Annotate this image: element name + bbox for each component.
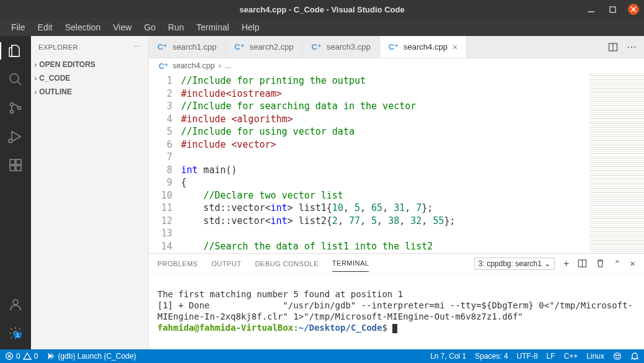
activity-bar: 1	[0, 36, 31, 349]
status-line-col[interactable]: Ln 7, Col 1	[430, 352, 466, 361]
svg-point-15	[614, 353, 621, 360]
code-line-7[interactable]	[181, 151, 644, 164]
code-line-1[interactable]: //Include for printing the output	[181, 74, 644, 87]
panel-tab-problems[interactable]: PROBLEMS	[157, 256, 198, 272]
kill-terminal-icon[interactable]	[596, 259, 605, 268]
window-controls	[586, 4, 639, 15]
tab-search1-cpp[interactable]: C⁺search1.cpp	[149, 36, 226, 58]
close-icon[interactable]: ×	[452, 42, 457, 52]
status-os[interactable]: Linux	[586, 352, 604, 361]
code-line-2[interactable]: #include<iostream>	[181, 87, 644, 101]
menubar: FileEditSelectionViewGoRunTerminalHelp	[0, 19, 644, 36]
line-number-gutter: 1234567891011121314	[149, 73, 181, 253]
breadcrumb-file: search4.cpp	[172, 61, 214, 70]
code-line-12[interactable]: std::vector<int> list2{2, 77, 5, 38, 32,…	[181, 215, 644, 228]
source-control-icon[interactable]	[7, 99, 24, 117]
explorer-icon[interactable]	[7, 42, 24, 60]
svg-point-17	[618, 355, 619, 356]
tab-label: search2.cpp	[250, 42, 294, 52]
sidebar-more-icon[interactable]: ⋯	[134, 43, 141, 51]
svg-point-16	[615, 355, 617, 356]
split-editor-icon[interactable]	[608, 42, 618, 52]
breadcrumb[interactable]: C⁺ search4.cpp › ...	[149, 58, 644, 73]
chevron-right-icon: ›	[35, 89, 37, 96]
svg-rect-0	[610, 7, 615, 12]
sidebar-section-outline[interactable]: ›OUTLINE	[31, 85, 148, 99]
menu-selection[interactable]: Selection	[60, 21, 106, 34]
svg-rect-8	[16, 166, 21, 171]
svg-point-3	[11, 110, 14, 114]
window-title: search4.cpp - C_Code - Visual Studio Cod…	[239, 5, 404, 14]
menu-file[interactable]: File	[6, 21, 30, 34]
status-bell-icon[interactable]	[630, 352, 639, 361]
account-icon[interactable]	[7, 296, 24, 313]
code-line-8[interactable]: int main()	[181, 164, 644, 177]
cpp-file-icon: C⁺	[389, 42, 399, 52]
search-icon[interactable]	[7, 71, 24, 88]
tab-search4-cpp[interactable]: C⁺search4.cpp×	[380, 36, 467, 58]
sidebar-section-c-code[interactable]: ›C_CODE	[31, 71, 148, 85]
status-language[interactable]: C++	[564, 352, 578, 361]
code-line-4[interactable]: #include <algorithm>	[181, 113, 644, 126]
terminal-output[interactable]: The first matching number 5 found at pos…	[149, 274, 644, 349]
run-debug-icon[interactable]	[7, 128, 24, 145]
panel-tab-terminal[interactable]: TERMINAL	[332, 255, 369, 272]
bottom-panel: PROBLEMSOUTPUTDEBUG CONSOLETERMINAL3: cp…	[149, 253, 644, 349]
code-line-14[interactable]: //Search the data of list1 into the list…	[181, 240, 644, 253]
cpp-file-icon: C⁺	[234, 42, 244, 52]
code-line-9[interactable]: {	[181, 176, 644, 189]
code-line-3[interactable]: //Include for searching data in the vect…	[181, 100, 644, 113]
status-eol[interactable]: LF	[547, 352, 555, 361]
breadcrumb-rest: ...	[225, 61, 231, 70]
menu-edit[interactable]: Edit	[33, 21, 58, 34]
menu-go[interactable]: Go	[139, 21, 161, 34]
new-terminal-icon[interactable]: +	[563, 258, 569, 269]
status-spaces[interactable]: Spaces: 4	[475, 352, 508, 361]
cpp-file-icon: C⁺	[311, 42, 321, 52]
minimize-button[interactable]	[586, 4, 597, 15]
code-line-11[interactable]: std::vector<int> list1{10, 5, 65, 31, 7}…	[181, 202, 644, 215]
code-line-10[interactable]: //Declare two vector list	[181, 189, 644, 202]
panel-tabs: PROBLEMSOUTPUTDEBUG CONSOLETERMINAL3: cp…	[149, 254, 644, 274]
more-actions-icon[interactable]: ⋯	[627, 41, 637, 53]
terminal-selector[interactable]: 3: cppdbg: search1 ⌄	[474, 258, 555, 270]
panel-tab-debug-console[interactable]: DEBUG CONSOLE	[255, 256, 318, 272]
code-line-13[interactable]	[181, 227, 644, 240]
menu-run[interactable]: Run	[163, 21, 189, 34]
sidebar-section-open-editors[interactable]: ›OPEN EDITORS	[31, 58, 148, 71]
extensions-icon[interactable]	[7, 156, 24, 174]
menu-view[interactable]: View	[108, 21, 136, 34]
svg-point-2	[11, 103, 14, 106]
status-encoding[interactable]: UTF-8	[517, 352, 538, 361]
maximize-button[interactable]	[607, 4, 618, 15]
close-button[interactable]	[628, 4, 639, 15]
tab-label: search4.cpp	[404, 42, 448, 52]
menu-help[interactable]: Help	[237, 21, 265, 34]
terminal-cursor	[392, 324, 397, 333]
code-editor[interactable]: 1234567891011121314 //Include for printi…	[149, 73, 644, 253]
panel-tab-output[interactable]: OUTPUT	[211, 256, 241, 272]
cpp-file-icon: C⁺	[157, 42, 167, 52]
svg-point-10	[13, 300, 18, 305]
status-problems[interactable]: 0 0	[5, 352, 38, 361]
cpp-file-icon: C⁺	[159, 61, 169, 71]
split-terminal-icon[interactable]	[578, 259, 587, 268]
terminal-line: [1] + Done "/usr/bin/gdb" --interpreter=…	[157, 300, 633, 321]
code-content[interactable]: //Include for printing the output#includ…	[181, 73, 644, 253]
terminal-prompt-path: ~/Desktop/C_Code	[299, 323, 382, 333]
menu-terminal[interactable]: Terminal	[192, 21, 234, 34]
settings-gear-icon[interactable]: 1	[7, 325, 24, 342]
code-line-5[interactable]: //Include for using vector data	[181, 125, 644, 138]
close-panel-icon[interactable]: ×	[630, 258, 635, 269]
tab-search3-cpp[interactable]: C⁺search3.cpp	[302, 36, 379, 58]
status-launch[interactable]: (gdb) Launch (C_Code)	[46, 352, 136, 361]
svg-point-5	[9, 139, 12, 143]
tab-search2-cpp[interactable]: C⁺search2.cpp	[226, 36, 302, 58]
status-feedback-icon[interactable]	[613, 352, 622, 361]
minimap[interactable]	[589, 73, 644, 253]
maximize-panel-icon[interactable]: ⌃	[614, 259, 621, 269]
terminal-prompt-sep: :	[293, 323, 298, 333]
code-line-6[interactable]: #include <vector>	[181, 138, 644, 151]
svg-rect-6	[10, 159, 15, 164]
tab-label: search3.cpp	[327, 42, 371, 52]
